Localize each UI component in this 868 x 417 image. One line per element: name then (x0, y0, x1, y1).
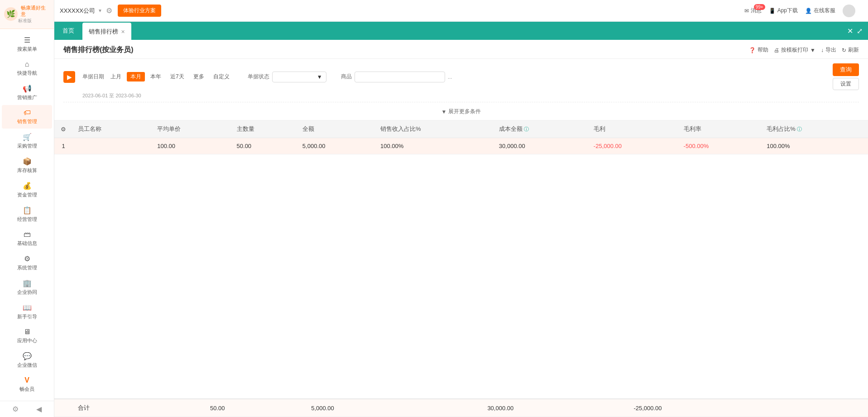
settings-button[interactable]: 设置 (833, 78, 859, 90)
finance-icon: 💰 (23, 182, 32, 190)
filter-status-label: 单据状态 (248, 73, 269, 81)
sidebar-item-enterprise[interactable]: 🏢 企业协同 (2, 275, 52, 299)
footer-table: 合计 50.00 5,000.00 30,000.00 -25,000.00 (54, 399, 868, 417)
expand-label: 展开更多条件 (448, 108, 481, 115)
footer-cost: 30,000.00 (482, 399, 628, 417)
logo-icon: 🌿 (4, 7, 18, 21)
tabs-bar: 首页 销售排行榜 ✕ ✕ ⤢ (54, 22, 868, 40)
col-amount: 全额 (297, 120, 375, 138)
cell-cost: 30,000.00 (494, 138, 588, 154)
tabs-right-controls: ✕ ⤢ (847, 27, 868, 35)
settings-col-icon[interactable]: ⚙ (61, 126, 66, 133)
sidebar-collapse-icon[interactable]: ◀ (36, 405, 42, 413)
tab-label: 销售排行榜 (89, 28, 118, 36)
sidebar: 🌿 畅康通好生意 标准版 ☰ 搜索菜单 ⌂ 快捷导航 📢 营销推广 🏷 销售管理… (0, 0, 54, 417)
sales-icon: 🏷 (24, 109, 31, 117)
date-custom-btn[interactable]: 自定义 (210, 72, 233, 81)
filter-row-1: ▶ 单据日期 上月 本月 本年 近7天 更多 自定义 单据状 (63, 63, 859, 90)
app-download-button[interactable]: 📱 App下载 (769, 7, 798, 14)
online-service-button[interactable]: 👤 在线客服 (805, 7, 835, 14)
tab-sales-ranking[interactable]: 销售排行榜 ✕ (82, 23, 131, 41)
topbar-right: ✉ 消息 99+ 📱 App下载 👤 在线客服 (744, 5, 863, 17)
sidebar-item-label: 畅会员 (19, 386, 34, 393)
service-label: 在线客服 (814, 7, 835, 14)
sidebar-item-guide[interactable]: 📖 新手引导 (2, 300, 52, 324)
tab-restore-icon[interactable]: ⤢ (857, 27, 863, 35)
footer-main-qty: 50.00 (205, 399, 306, 417)
main-area: XXXXXX公司 ▼ ⚙ 体验行业方案 ✉ 消息 99+ 📱 App下载 👤 在… (54, 0, 868, 417)
sidebar-settings-icon[interactable]: ⚙ (12, 405, 19, 413)
date-curr-month-btn[interactable]: 本月 (127, 72, 145, 81)
filter-status-select[interactable]: ▼ (272, 72, 326, 82)
query-button[interactable]: 查询 (833, 63, 859, 76)
help-button[interactable]: ❓ 帮助 (749, 46, 768, 54)
cell-amount: 5,000.00 (297, 138, 375, 154)
filter-goods-label: 商品 (341, 73, 352, 81)
filter-more-btn[interactable]: ... (448, 74, 452, 80)
sidebar-item-appstore[interactable]: 🖥 应用中心 (2, 324, 52, 348)
message-button[interactable]: ✉ 消息 99+ (744, 7, 762, 14)
tab-home[interactable]: 首页 (54, 22, 82, 40)
cell-profit: -25,000.00 (588, 138, 678, 154)
expand-icon: ▼ (441, 109, 447, 115)
page-actions: ❓ 帮助 🖨 按模板打印 ▼ ↓ 导出 ↻ 刷新 (749, 46, 859, 54)
date-prev-month-btn[interactable]: 上月 (107, 72, 125, 81)
refresh-button[interactable]: ↻ 刷新 (842, 46, 859, 54)
operation-icon: 📋 (23, 206, 32, 215)
cost-info-icon: ⓘ (524, 126, 529, 132)
sidebar-item-inventory[interactable]: 📦 库存核算 (2, 153, 52, 177)
date-year-btn[interactable]: 本年 (147, 72, 165, 81)
wechat-icon: 💬 (23, 352, 32, 360)
sidebar-item-system[interactable]: ⚙ 系统管理 (2, 251, 52, 275)
date-more-btn[interactable]: 更多 (190, 72, 208, 81)
table-header: ⚙ 员工名称 平均单价 主数量 全额 销售收入占比% 成本全额 ⓘ 毛利 毛利率 (54, 120, 868, 138)
print-icon: 🖨 (774, 47, 779, 53)
expand-conditions-button[interactable]: ▼ 展开更多条件 (441, 108, 481, 115)
sidebar-item-shortcut[interactable]: ⌂ 快捷导航 (2, 57, 52, 80)
sidebar-nav: ☰ 搜索菜单 ⌂ 快捷导航 📢 营销推广 🏷 销售管理 🛒 采购管理 📦 库存核… (0, 29, 54, 401)
sidebar-item-label: 基础信息 (17, 240, 37, 247)
sidebar-item-marketing[interactable]: 📢 营销推广 (2, 81, 52, 105)
date-range-text: 2023-06-01 至 2023-06-30 (82, 93, 141, 98)
expand-conditions-area: ▼ 展开更多条件 (63, 102, 859, 115)
service-icon: 👤 (805, 8, 812, 14)
svg-text:🌿: 🌿 (6, 10, 15, 18)
tab-home-label: 首页 (62, 27, 74, 35)
search-menu-icon: ☰ (24, 36, 30, 44)
date-range-display: 2023-06-01 至 2023-06-30 (82, 92, 859, 99)
col-cost: 成本全额 ⓘ (494, 120, 588, 138)
sidebar-item-search[interactable]: ☰ 搜索菜单 (2, 32, 52, 56)
footer-row: 合计 50.00 5,000.00 30,000.00 -25,000.00 (54, 399, 868, 417)
export-button[interactable]: ↓ 导出 (821, 46, 836, 54)
app-subtitle: 标准版 (18, 18, 50, 24)
company-settings-icon[interactable]: ⚙ (106, 6, 112, 15)
filter-toggle-icon[interactable]: ▶ (63, 71, 75, 83)
sidebar-item-basic[interactable]: 🗃 基础信息 (2, 227, 52, 250)
tab-close-window-icon[interactable]: ✕ (847, 27, 853, 35)
sidebar-item-sales[interactable]: 🏷 销售管理 (2, 105, 52, 129)
enterprise-icon: 🏢 (23, 279, 32, 288)
tab-close-icon[interactable]: ✕ (121, 29, 125, 35)
sidebar-item-member[interactable]: V 畅会员 (2, 373, 52, 396)
print-dropdown-icon: ▼ (810, 47, 815, 53)
table-row: 1 100.00 50.00 5,000.00 100.00% 30,000.0… (54, 138, 868, 154)
company-selector[interactable]: XXXXXX公司 ▼ (60, 7, 102, 15)
trial-button[interactable]: 体验行业方案 (118, 5, 161, 17)
message-icon: ✉ (744, 8, 749, 14)
filter-status-item: 单据状态 ▼ (248, 72, 326, 82)
col-settings[interactable]: ⚙ (54, 120, 72, 138)
sidebar-item-operation[interactable]: 📋 经营管理 (2, 202, 52, 226)
sidebar-item-finance[interactable]: 💰 资金管理 (2, 178, 52, 202)
sidebar-item-purchase[interactable]: 🛒 采购管理 (2, 129, 52, 153)
filter-goods-input[interactable] (355, 72, 445, 82)
date-7days-btn[interactable]: 近7天 (167, 72, 188, 81)
avatar[interactable] (843, 5, 855, 17)
filter-section: ▶ 单据日期 上月 本月 本年 近7天 更多 自定义 单据状 (54, 59, 868, 120)
cell-rank: 1 (54, 138, 72, 154)
print-button[interactable]: 🖨 按模板打印 ▼ (774, 46, 815, 54)
sidebar-item-wechat[interactable]: 💬 企业微信 (2, 348, 52, 372)
company-dropdown-icon: ▼ (98, 8, 102, 13)
content-area: 销售排行榜(按业务员) ❓ 帮助 🖨 按模板打印 ▼ ↓ 导出 ↻ 刷新 (54, 40, 868, 417)
guide-icon: 📖 (23, 303, 32, 312)
purchase-icon: 🛒 (23, 133, 32, 141)
